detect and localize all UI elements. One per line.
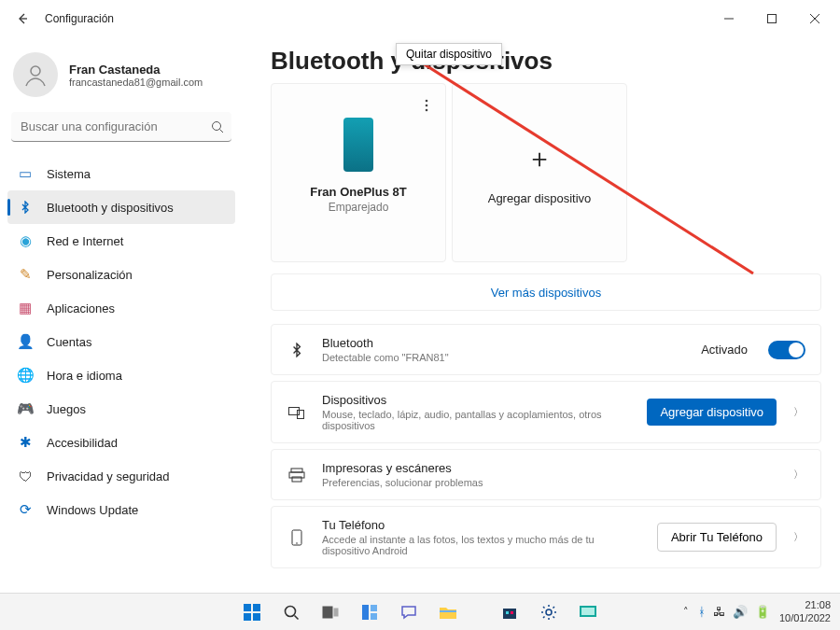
device-tile[interactable]: Fran OnePlus 8T Emparejado: [271, 83, 446, 262]
devices-row[interactable]: Dispositivos Mouse, teclado, lápiz, audi…: [271, 381, 821, 443]
taskbar-search-button[interactable]: [273, 595, 309, 630]
svg-point-6: [213, 122, 221, 131]
svg-line-7: [220, 130, 224, 133]
add-device-button[interactable]: Agregar dispositivo: [647, 399, 777, 426]
svg-point-10: [426, 105, 428, 107]
taskbar: ˄ ᚼ 🖧 🔊 🔋 21:08 10/01/2022: [0, 593, 840, 630]
svg-point-11: [426, 109, 428, 112]
printers-row-title: Impresoras y escáneres: [322, 461, 777, 475]
wifi-icon: ◉: [17, 232, 34, 249]
sidebar: Fran Castaneda francastaneda81@gmail.com…: [0, 37, 243, 593]
chevron-right-icon: 〉: [791, 530, 805, 544]
taskbar-date: 10/01/2022: [779, 612, 831, 624]
settings-app-button[interactable]: [531, 595, 567, 630]
sidebar-item-accesibilidad[interactable]: ✱Accesibilidad: [7, 426, 235, 459]
nav-label: Windows Update: [47, 503, 138, 517]
bluetooth-toggle[interactable]: [768, 341, 805, 359]
window-controls: [707, 0, 836, 37]
add-device-label: Agregar dispositivo: [488, 191, 592, 205]
sidebar-item-update[interactable]: ⟳Windows Update: [7, 493, 235, 526]
printers-row-subtitle: Preferencias, solucionar problemas: [322, 477, 777, 488]
taskbar-center: [234, 595, 606, 630]
tray-overflow-button[interactable]: ˄: [683, 606, 689, 618]
printers-row[interactable]: Impresoras y escáneres Preferencias, sol…: [271, 449, 821, 500]
start-button[interactable]: [234, 595, 270, 630]
search-input[interactable]: [11, 112, 231, 142]
back-button[interactable]: [4, 0, 41, 37]
back-arrow-icon: [16, 12, 29, 25]
svg-rect-29: [371, 613, 377, 620]
add-device-tile[interactable]: ＋ Agregar dispositivo: [452, 83, 627, 262]
nav-label: Juegos: [47, 402, 86, 416]
sidebar-item-bluetooth[interactable]: Bluetooth y dispositivos: [7, 190, 235, 224]
svg-rect-31: [503, 609, 516, 619]
svg-rect-2: [768, 15, 777, 23]
device-name: Fran OnePlus 8T: [310, 185, 406, 199]
svg-point-18: [296, 542, 298, 544]
sidebar-item-hora[interactable]: 🌐Hora e idioma: [7, 358, 235, 392]
svg-point-9: [426, 100, 428, 103]
svg-rect-19: [244, 604, 251, 611]
svg-rect-25: [323, 607, 332, 618]
file-explorer-button[interactable]: [430, 595, 466, 630]
your-phone-row[interactable]: Tu Teléfono Accede al instante a las fot…: [271, 506, 821, 568]
taskbar-clock[interactable]: 21:08 10/01/2022: [779, 599, 831, 623]
sidebar-item-aplicaciones[interactable]: ▦Aplicaciones: [7, 291, 235, 325]
nav-label: Red e Internet: [47, 234, 123, 248]
tray-bluetooth-icon[interactable]: ᚼ: [698, 605, 706, 619]
sidebar-item-privacidad[interactable]: 🛡Privacidad y seguridad: [7, 459, 235, 493]
svg-rect-21: [244, 613, 251, 621]
account-icon: 👤: [17, 333, 34, 350]
maximize-button[interactable]: [750, 0, 793, 37]
system-tray: ˄ ᚼ 🖧 🔊 🔋 21:08 10/01/2022: [683, 599, 840, 623]
page-title: Bluetooth y dispositivos: [271, 47, 821, 76]
device-tile-menu-button[interactable]: [425, 99, 428, 112]
nav-label: Bluetooth y dispositivos: [47, 201, 174, 215]
widgets-button[interactable]: [352, 595, 387, 630]
titlebar: Configuración: [0, 0, 840, 37]
svg-point-5: [31, 66, 40, 76]
taskbar-app-4[interactable]: [570, 595, 606, 630]
profile-name: Fran Castaneda: [69, 63, 203, 77]
profile-email: francastaneda81@gmail.com: [69, 77, 203, 88]
shield-icon: 🛡: [17, 468, 34, 484]
svg-rect-14: [291, 469, 302, 472]
phone-row-subtitle: Accede al instante a las fotos, los text…: [322, 534, 642, 556]
svg-rect-27: [362, 605, 369, 620]
tray-network-icon[interactable]: 🖧: [713, 605, 725, 619]
devices-icon: [287, 405, 307, 420]
brush-icon: ✎: [17, 266, 34, 283]
device-cards-row: Fran OnePlus 8T Emparejado ＋ Agregar dis…: [271, 83, 821, 262]
tray-battery-icon[interactable]: 🔋: [755, 605, 770, 619]
store-button[interactable]: [492, 595, 527, 630]
gamepad-icon: 🎮: [17, 400, 34, 417]
globe-icon: 🌐: [17, 367, 34, 384]
nav-label: Aplicaciones: [47, 301, 115, 315]
minimize-button[interactable]: [707, 0, 750, 37]
nav-label: Accesibilidad: [47, 436, 118, 450]
sidebar-item-personalizacion[interactable]: ✎Personalización: [7, 258, 235, 291]
nav-label: Sistema: [47, 167, 91, 181]
window-title: Configuración: [45, 12, 114, 25]
devices-row-title: Dispositivos: [322, 393, 632, 407]
chevron-right-icon: 〉: [791, 405, 805, 419]
phone-icon: [343, 118, 373, 172]
open-your-phone-button[interactable]: Abrir Tu Teléfono: [657, 523, 777, 552]
avatar: [13, 52, 58, 97]
close-button[interactable]: [793, 0, 836, 37]
chat-button[interactable]: [391, 595, 427, 630]
task-view-button[interactable]: [313, 595, 348, 630]
sidebar-item-juegos[interactable]: 🎮Juegos: [7, 392, 235, 426]
svg-rect-26: [334, 609, 338, 616]
see-more-devices-link[interactable]: Ver más dispositivos: [271, 273, 821, 311]
phone-icon: [287, 529, 307, 546]
sidebar-item-sistema[interactable]: ▭Sistema: [7, 157, 235, 190]
bluetooth-state-label: Activado: [701, 343, 748, 357]
sidebar-item-cuentas[interactable]: 👤Cuentas: [7, 325, 235, 358]
apps-icon: ▦: [17, 300, 34, 316]
remove-device-tooltip[interactable]: Quitar dispositivo: [396, 43, 502, 65]
sidebar-item-red[interactable]: ◉Red e Internet: [7, 224, 235, 258]
devices-row-subtitle: Mouse, teclado, lápiz, audio, pantallas …: [322, 409, 632, 431]
user-profile[interactable]: Fran Castaneda francastaneda81@gmail.com: [7, 45, 235, 112]
tray-volume-icon[interactable]: 🔊: [733, 605, 748, 619]
